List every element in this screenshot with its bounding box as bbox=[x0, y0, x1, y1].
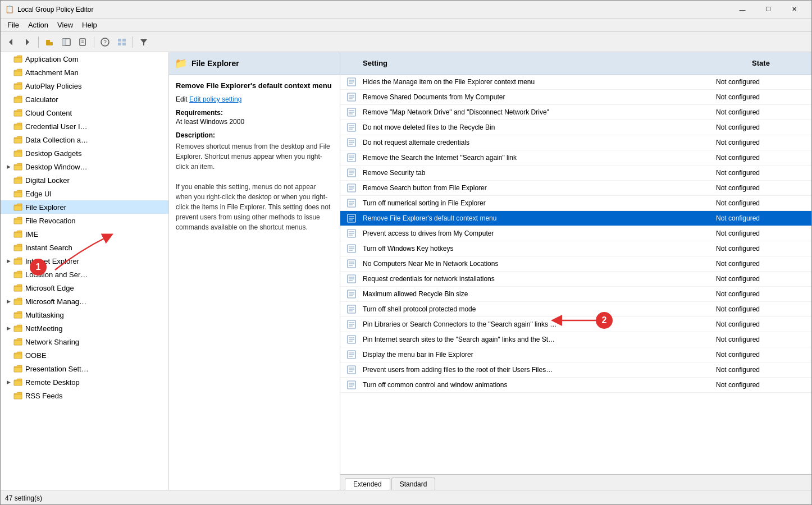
settings-row-text: Request credentials for network installa… bbox=[363, 275, 710, 283]
sidebar-item-19[interactable]: Multitasking bbox=[1, 308, 168, 322]
sidebar-item-8[interactable]: ▶ Desktop Window… bbox=[1, 160, 168, 173]
sidebar-item-4[interactable]: Cloud Content bbox=[1, 106, 168, 120]
folder-icon bbox=[13, 364, 23, 374]
sidebar-item-16[interactable]: Location and Ser… bbox=[1, 268, 168, 281]
settings-row-state: Not configured bbox=[710, 199, 811, 207]
settings-row-text: Maximum allowed Recycle Bin size bbox=[363, 290, 710, 298]
settings-row-3[interactable]: Do not move deleted files to the Recycle… bbox=[340, 120, 811, 135]
toolbar-separator-1 bbox=[38, 36, 39, 48]
sidebar-item-20[interactable]: ▶ NetMeeting bbox=[1, 322, 168, 335]
sidebar-item-17[interactable]: Microsoft Edge bbox=[1, 281, 168, 295]
settings-row-2[interactable]: Remove "Map Network Drive" and "Disconne… bbox=[340, 105, 811, 120]
folder-icon bbox=[13, 175, 23, 185]
sidebar-item-1[interactable]: Attachment Man bbox=[1, 66, 168, 79]
settings-row-state: Not configured bbox=[710, 351, 811, 359]
show-hide-button[interactable] bbox=[58, 34, 74, 50]
folder-icon bbox=[13, 108, 23, 118]
view-button[interactable] bbox=[114, 34, 130, 50]
settings-row-17[interactable]: Pin Internet search sites to the "Search… bbox=[340, 332, 811, 347]
settings-row-state: Not configured bbox=[710, 245, 811, 252]
menu-help[interactable]: Help bbox=[77, 20, 102, 30]
settings-row-7[interactable]: Remove Search button from File ExplorerN… bbox=[340, 181, 811, 196]
sidebar-item-15[interactable]: ▶ Internet Explorer bbox=[1, 254, 168, 268]
settings-row-11[interactable]: Turn off Windows Key hotkeysNot configur… bbox=[340, 241, 811, 256]
settings-row-20[interactable]: Turn off common control and window anima… bbox=[340, 378, 811, 393]
sidebar: Application Com Attachment Man AutoPlay … bbox=[1, 52, 169, 490]
sidebar-item-label: Calculator bbox=[25, 95, 58, 104]
sidebar-item-24[interactable]: ▶ Remote Desktop bbox=[1, 375, 168, 389]
menu-view[interactable]: View bbox=[53, 20, 77, 30]
settings-row-text: Do not move deleted files to the Recycle… bbox=[363, 123, 710, 131]
sidebar-item-14[interactable]: Instant Search bbox=[1, 241, 168, 254]
settings-row-0[interactable]: Hides the Manage item on the File Explor… bbox=[340, 75, 811, 90]
folder-icon bbox=[13, 215, 23, 226]
sidebar-item-25[interactable]: RSS Feeds bbox=[1, 389, 168, 402]
folder-icon bbox=[13, 189, 23, 199]
settings-row-14[interactable]: Maximum allowed Recycle Bin sizeNot conf… bbox=[340, 287, 811, 302]
sidebar-item-label: Presentation Sett… bbox=[25, 365, 89, 373]
sidebar-item-label: AutoPlay Policies bbox=[25, 82, 81, 90]
sidebar-item-0[interactable]: Application Com bbox=[1, 52, 168, 66]
settings-row-state: Not configured bbox=[710, 169, 811, 177]
settings-row-18[interactable]: Display the menu bar in File ExplorerNot… bbox=[340, 347, 811, 362]
sidebar-item-6[interactable]: Data Collection a… bbox=[1, 133, 168, 146]
sidebar-item-11[interactable]: File Explorer bbox=[1, 200, 168, 214]
sidebar-item-label: Cloud Content bbox=[25, 109, 72, 117]
sidebar-item-13[interactable]: IME bbox=[1, 227, 168, 241]
sidebar-item-10[interactable]: Edge UI bbox=[1, 187, 168, 200]
menu-action[interactable]: Action bbox=[24, 20, 53, 30]
sidebar-item-2[interactable]: AutoPlay Policies bbox=[1, 79, 168, 93]
settings-row-10[interactable]: Prevent access to drives from My Compute… bbox=[340, 226, 811, 241]
minimize-button[interactable]: — bbox=[729, 1, 755, 19]
sidebar-item-7[interactable]: Desktop Gadgets bbox=[1, 146, 168, 160]
sidebar-item-22[interactable]: OOBE bbox=[1, 348, 168, 362]
settings-row-12[interactable]: No Computers Near Me in Network Location… bbox=[340, 256, 811, 272]
settings-row-8[interactable]: Turn off numerical sorting in File Explo… bbox=[340, 196, 811, 211]
tab-standard[interactable]: Standard bbox=[391, 478, 436, 490]
settings-row-9[interactable]: Remove File Explorer's default context m… bbox=[340, 211, 811, 226]
settings-row-6[interactable]: Remove Security tabNot configured bbox=[340, 166, 811, 181]
tab-extended[interactable]: Extended bbox=[345, 478, 390, 490]
menu-file[interactable]: File bbox=[3, 20, 24, 30]
back-button[interactable] bbox=[3, 34, 19, 50]
expand-arrow-icon: ▶ bbox=[5, 258, 12, 264]
sidebar-item-23[interactable]: Presentation Sett… bbox=[1, 362, 168, 375]
description-panel: 📁 File Explorer Remove File Explorer's d… bbox=[169, 52, 340, 490]
sidebar-item-label: OOBE bbox=[25, 351, 47, 360]
sidebar-item-5[interactable]: Credential User I… bbox=[1, 120, 168, 133]
sidebar-item-12[interactable]: File Revocation bbox=[1, 214, 168, 227]
sidebar-item-21[interactable]: Network Sharing bbox=[1, 335, 168, 348]
settings-row-1[interactable]: Remove Shared Documents from My Computer… bbox=[340, 90, 811, 105]
help-button[interactable]: ? bbox=[97, 34, 113, 50]
close-button[interactable]: ✕ bbox=[781, 1, 807, 19]
settings-row-19[interactable]: Prevent users from adding files to the r… bbox=[340, 362, 811, 378]
settings-row-5[interactable]: Remove the Search the Internet "Search a… bbox=[340, 150, 811, 166]
sidebar-item-label: NetMeeting bbox=[25, 324, 62, 333]
settings-row-state: Not configured bbox=[710, 123, 811, 131]
expand-arrow-icon: ▶ bbox=[5, 325, 12, 332]
settings-row-state: Not configured bbox=[710, 184, 811, 192]
settings-row-13[interactable]: Request credentials for network installa… bbox=[340, 272, 811, 287]
toolbar: ? bbox=[1, 32, 811, 52]
settings-row-state: Not configured bbox=[710, 108, 811, 116]
up-button[interactable] bbox=[42, 34, 57, 50]
sidebar-item-3[interactable]: Calculator bbox=[1, 93, 168, 106]
sidebar-item-9[interactable]: Digital Locker bbox=[1, 173, 168, 187]
sidebar-item-label: IME bbox=[25, 230, 38, 238]
sidebar-item-label: Internet Explorer bbox=[25, 257, 79, 265]
settings-row-icon bbox=[345, 75, 358, 89]
settings-row-16[interactable]: Pin Libraries or Search Connectors to th… bbox=[340, 317, 811, 332]
folder-icon bbox=[13, 242, 23, 252]
col-setting-header: Setting bbox=[340, 59, 710, 67]
sidebar-item-18[interactable]: ▶ Microsoft Manag… bbox=[1, 295, 168, 308]
maximize-button[interactable]: ☐ bbox=[755, 1, 781, 19]
forward-button[interactable] bbox=[20, 34, 35, 50]
settings-row-4[interactable]: Do not request alternate credentialsNot … bbox=[340, 135, 811, 150]
folder-icon bbox=[13, 202, 23, 212]
sidebar-item-label: Desktop Window… bbox=[25, 163, 88, 171]
filter-button[interactable] bbox=[136, 34, 152, 50]
title-bar-controls: — ☐ ✕ bbox=[729, 1, 807, 19]
edit-policy-link[interactable]: Edit policy setting bbox=[189, 95, 241, 103]
new-button[interactable] bbox=[75, 34, 91, 50]
settings-row-15[interactable]: Turn off shell protocol protected modeNo… bbox=[340, 302, 811, 317]
